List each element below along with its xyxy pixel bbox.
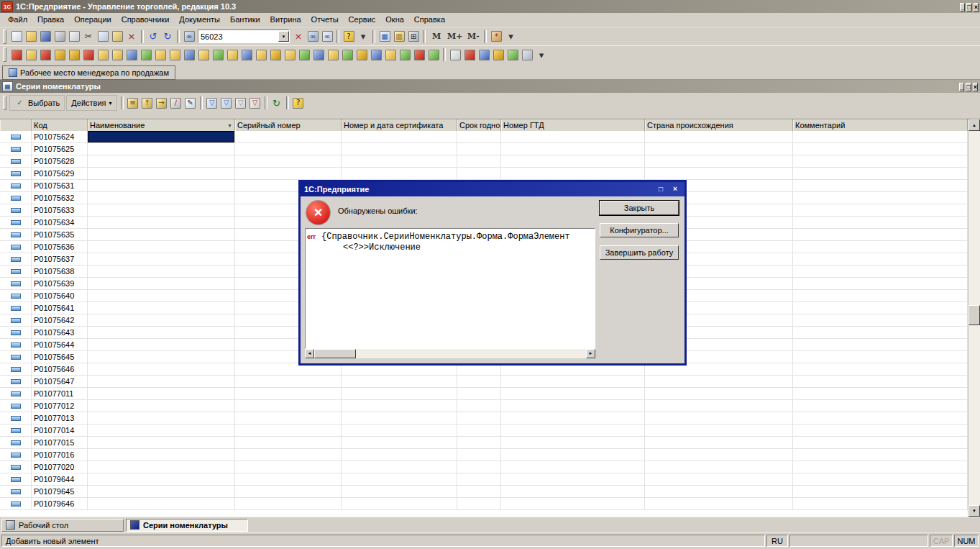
cell[interactable]: [457, 425, 501, 436]
cell[interactable]: [793, 486, 968, 497]
settings-icon[interactable]: [520, 47, 534, 62]
new-order-icon[interactable]: [139, 47, 153, 62]
row-marker-cell[interactable]: [0, 400, 32, 412]
cell[interactable]: [342, 131, 457, 142]
cell[interactable]: [235, 155, 342, 167]
menu-service[interactable]: Сервис: [344, 14, 381, 25]
code-cell[interactable]: P01075642: [32, 314, 88, 326]
cell[interactable]: [645, 449, 793, 460]
find-next-icon[interactable]: ∞: [306, 30, 320, 44]
sales-invoices-icon[interactable]: [110, 47, 124, 62]
table-row[interactable]: P01077012: [0, 400, 968, 412]
row-marker-cell[interactable]: [0, 314, 32, 326]
cell[interactable]: [793, 461, 968, 473]
cell[interactable]: [793, 473, 968, 485]
find-settings-icon[interactable]: ∞: [320, 30, 334, 44]
cell[interactable]: [342, 486, 457, 497]
cell[interactable]: [88, 143, 235, 155]
cell[interactable]: [793, 143, 968, 155]
cash-receipt-icon[interactable]: [52, 47, 67, 62]
menu-file[interactable]: Файл: [3, 14, 32, 25]
cell[interactable]: [235, 449, 342, 460]
cell[interactable]: [793, 155, 968, 167]
menu-documents[interactable]: Документы: [174, 14, 225, 25]
edit-icon[interactable]: ✎: [183, 96, 198, 110]
cell[interactable]: [88, 217, 235, 228]
row-marker-cell[interactable]: [0, 412, 32, 424]
cell[interactable]: [457, 486, 501, 497]
table-row[interactable]: P01079646: [0, 498, 968, 510]
row-marker-cell[interactable]: [0, 253, 32, 265]
row-marker-cell[interactable]: [0, 351, 32, 363]
code-cell[interactable]: P01077016: [32, 449, 88, 460]
row-marker-cell[interactable]: [0, 473, 32, 485]
cell[interactable]: [342, 155, 457, 167]
cell[interactable]: [457, 473, 501, 485]
cell[interactable]: [457, 449, 501, 460]
table-row[interactable]: P01079644: [0, 473, 968, 486]
row-marker-cell[interactable]: [0, 376, 32, 387]
code-cell[interactable]: P01075625: [32, 143, 88, 155]
restore-button[interactable]: □: [966, 3, 971, 12]
cell[interactable]: [793, 412, 968, 424]
code-cell[interactable]: P01077014: [32, 425, 88, 436]
cell[interactable]: [793, 437, 968, 448]
shipments-icon[interactable]: [168, 47, 182, 62]
code-cell[interactable]: P01075632: [32, 192, 88, 204]
customer-orders-icon[interactable]: [24, 47, 38, 62]
cell[interactable]: [501, 498, 645, 509]
clear-search-icon[interactable]: ×: [291, 30, 306, 44]
cell[interactable]: [645, 155, 793, 167]
row-marker-cell[interactable]: [0, 168, 32, 179]
minimize-button[interactable]: _: [960, 3, 965, 12]
clear-filter-icon[interactable]: ▽: [248, 96, 262, 110]
code-cell[interactable]: P01079646: [32, 498, 88, 509]
mail-icon[interactable]: [448, 47, 462, 62]
combo-dropdown-icon[interactable]: ▼: [278, 31, 289, 42]
cell[interactable]: [793, 229, 968, 240]
row-marker-cell[interactable]: [0, 327, 32, 338]
code-cell[interactable]: P01077020: [32, 461, 88, 473]
price-setting-icon[interactable]: [369, 47, 383, 62]
code-cell[interactable]: P01075624: [32, 131, 88, 142]
payments-icon[interactable]: [67, 47, 81, 62]
counterparties-icon[interactable]: [9, 47, 24, 62]
cell[interactable]: [88, 473, 235, 485]
row-marker-cell[interactable]: [0, 290, 32, 301]
cell[interactable]: [793, 327, 968, 338]
help-menu-icon[interactable]: ▾: [356, 30, 370, 44]
scroll-up-icon[interactable]: ▲: [968, 119, 980, 131]
filter-history-icon[interactable]: ▽: [234, 96, 248, 110]
code-cell[interactable]: P01075646: [32, 363, 88, 375]
service-help-icon[interactable]: ?: [342, 30, 356, 44]
col-gtd[interactable]: Номер ГТД: [501, 119, 645, 131]
receipts-icon[interactable]: [211, 47, 225, 62]
cell[interactable]: [645, 498, 793, 509]
cell[interactable]: [645, 400, 793, 412]
tab-desktop[interactable]: Рабочий стол: [1, 519, 124, 532]
cell[interactable]: [501, 425, 645, 436]
code-cell[interactable]: P01079644: [32, 473, 88, 485]
row-marker-cell[interactable]: [0, 155, 32, 167]
dialog-maximize-button[interactable]: □: [655, 184, 667, 194]
new-document-icon[interactable]: [9, 30, 24, 44]
cell[interactable]: [645, 168, 793, 179]
col-comment[interactable]: Комментарий: [793, 119, 968, 131]
cell[interactable]: [501, 473, 645, 485]
cell[interactable]: [235, 461, 342, 473]
nomenclature-icon[interactable]: [182, 47, 196, 62]
cell[interactable]: [235, 473, 342, 485]
table-row[interactable]: P01075628: [0, 155, 968, 168]
orders-journal-icon[interactable]: [153, 47, 168, 62]
cell[interactable]: [645, 461, 793, 473]
actions-button[interactable]: Действия ▾: [66, 95, 116, 111]
code-cell[interactable]: P01075647: [32, 376, 88, 387]
cell[interactable]: [88, 449, 235, 460]
col-name[interactable]: Наименование▼: [88, 119, 235, 131]
paste-icon[interactable]: [110, 30, 124, 44]
code-cell[interactable]: P01075636: [32, 241, 88, 253]
cell[interactable]: [793, 204, 968, 216]
cell[interactable]: [793, 241, 968, 253]
code-cell[interactable]: P01077015: [32, 437, 88, 448]
col-code[interactable]: Код: [32, 119, 88, 131]
